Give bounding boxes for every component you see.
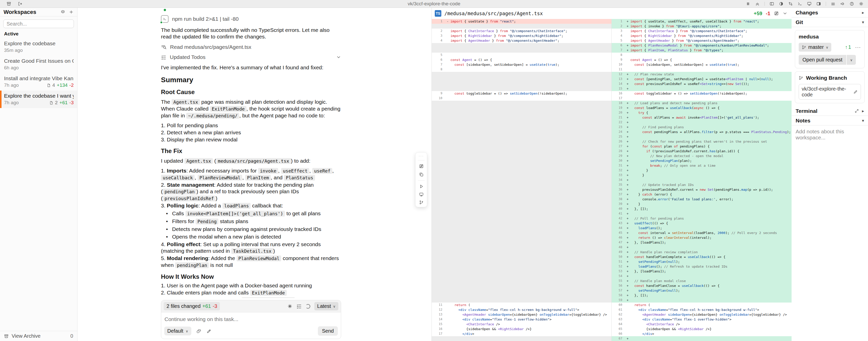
tool-call-row[interactable]: npm run build 2>&1 | tail -80 <box>161 15 341 23</box>
line-number: 32 <box>612 168 625 173</box>
diff-sign <box>445 312 451 317</box>
diff-sign <box>445 259 451 264</box>
drag-handle-icon[interactable]: ··· <box>418 155 424 157</box>
diff-right-col[interactable]: 1+import { useState, useEffect, useRef, … <box>612 19 792 341</box>
line-number: 65 <box>612 327 625 331</box>
line-number: 5 <box>612 38 625 43</box>
menu-icon[interactable] <box>831 2 835 6</box>
diff-sign <box>445 235 451 240</box>
line-number: 26 <box>612 139 625 144</box>
panel-left-icon[interactable] <box>770 2 774 6</box>
code-text <box>451 82 611 86</box>
changes-section-header[interactable]: Changes ▸ <box>792 8 868 18</box>
diff-line: 20+ try { <box>612 110 792 115</box>
workspace-item[interactable]: Create Good First Issues on Github So p … <box>0 56 77 73</box>
add-workspace-button[interactable] <box>69 10 74 14</box>
archive-icon[interactable] <box>7 2 11 6</box>
diff-line: 7+import { PlanItem, PlanStatus } from "… <box>612 48 792 53</box>
line-number: 19 <box>612 105 625 110</box>
chevron-down-icon[interactable] <box>336 55 341 60</box>
chevrons-up-icon[interactable] <box>755 2 760 6</box>
notes-section-header[interactable]: Notes ▾ <box>792 116 868 125</box>
ordered-list-item: 2. Detect when a new plan arrives <box>161 129 341 136</box>
version-dropdown[interactable]: Latest ∨ <box>314 302 338 310</box>
open-pull-request-button[interactable]: Open pull request <box>799 55 846 65</box>
diff-sign <box>445 264 451 269</box>
diff-line <box>432 240 611 245</box>
line-number: 3 <box>612 29 625 33</box>
workspace-time: 7h ago <box>4 83 19 88</box>
diff-sign: + <box>625 82 630 86</box>
layers-icon[interactable] <box>60 10 65 14</box>
line-number: 16 <box>612 91 625 96</box>
diff-line: 34+ <box>612 178 792 182</box>
terminal-icon[interactable] <box>798 2 802 6</box>
message-input[interactable]: Continue working on this task... <box>161 312 341 325</box>
pr-options-button[interactable]: ∨ <box>847 55 856 65</box>
line-number: 42 <box>612 216 625 221</box>
attach-button[interactable] <box>196 329 202 334</box>
diff-sign <box>445 207 451 211</box>
git-section-header[interactable]: Git ▾ <box>792 18 868 27</box>
todos-icon[interactable] <box>296 304 302 309</box>
collapse-diff-icon[interactable] <box>782 11 787 16</box>
diff-sign: + <box>625 192 630 197</box>
tool-call-row[interactable]: Read medusa/src/pages/Agent.tsx <box>161 44 341 50</box>
edit-branch-icon[interactable] <box>853 90 858 94</box>
code-text <box>451 216 611 221</box>
contrast-icon[interactable] <box>779 2 783 6</box>
monitor-icon[interactable] <box>807 2 812 6</box>
workspace-item[interactable]: Explore the codebase I want you to exp 7… <box>0 91 77 108</box>
mode-dropdown[interactable]: Default ∨ <box>164 327 191 335</box>
line-number: 27 <box>612 144 625 149</box>
floating-toolbar: ··· <box>415 152 427 207</box>
workspace-list: Explore the codebase 35m ago Create Good… <box>0 38 77 108</box>
send-button[interactable]: Send <box>318 326 338 336</box>
terminal-section-header[interactable]: Terminal ▸ <box>792 106 868 116</box>
diff-line: 14 <div className="flex flex-1 overflow-… <box>432 317 611 322</box>
files-changed-chip[interactable]: 2 files changed +61 -3 <box>164 302 220 310</box>
annotate-button[interactable] <box>207 329 212 334</box>
notes-input[interactable]: Add notes about this workspace... <box>792 125 868 144</box>
inline-code: invoke <box>258 168 278 174</box>
git-compare-icon[interactable] <box>788 2 793 6</box>
diff-sign <box>625 53 630 57</box>
spark-icon[interactable] <box>287 304 292 309</box>
sign-out-icon[interactable] <box>18 2 22 6</box>
more-actions-button[interactable]: ··· <box>855 44 861 50</box>
gear-icon[interactable] <box>859 2 863 6</box>
diff-line <box>432 125 611 129</box>
tool-call-row[interactable]: Updated Todos <box>161 54 341 60</box>
word-wrap-toggle-icon[interactable] <box>419 164 424 169</box>
line-number <box>432 245 445 250</box>
diff-left-col[interactable]: 1-import { useState } from "react";2impo… <box>432 19 612 341</box>
code-text <box>451 226 611 230</box>
search-input[interactable] <box>6 21 71 27</box>
run-icon[interactable] <box>419 184 424 189</box>
search-box[interactable] <box>3 20 74 28</box>
diff-line: 8 <box>612 53 792 57</box>
branch-dropdown[interactable]: master ∨ <box>799 43 831 52</box>
expand-icon[interactable] <box>855 109 859 113</box>
copy-icon[interactable] <box>419 172 424 177</box>
megaphone-icon[interactable] <box>840 2 845 6</box>
code-text: }, []); <box>630 207 792 211</box>
bullet-list-item: Calls invoke<PlanItem[]>('get_all_plans'… <box>161 210 341 217</box>
pause-icon[interactable] <box>746 2 750 6</box>
inline-code: TaskDetail.tsx <box>231 248 273 254</box>
tool-call-label: npm run build 2>&1 | tail -80 <box>172 16 239 22</box>
workspace-item[interactable]: Explore the codebase 35m ago <box>0 38 77 56</box>
diff-sign: + <box>625 48 630 53</box>
conversation-scroll[interactable]: npm run build 2>&1 | tail -80The build c… <box>78 8 431 298</box>
inline-code: ExitPlanMode <box>250 290 287 296</box>
view-archive-row[interactable]: View Archive 0 <box>0 331 77 341</box>
word-wrap-toggle-icon[interactable] <box>774 11 779 16</box>
workspace-item[interactable]: Install and integrate Vibe Kanban Web C … <box>0 73 77 91</box>
panel-right-icon[interactable] <box>816 2 821 6</box>
working-branch-input[interactable]: vk/3ccf-explore-the-code <box>799 84 861 100</box>
diff-line <box>432 163 611 168</box>
preview-icon[interactable] <box>419 192 424 197</box>
diff-sign: + <box>625 293 630 298</box>
git-branch-icon[interactable] <box>419 200 424 205</box>
help-icon[interactable] <box>849 2 854 6</box>
